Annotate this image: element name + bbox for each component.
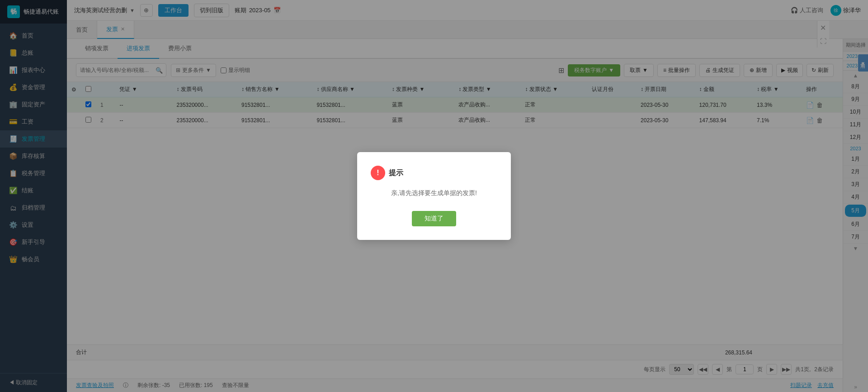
modal-title: 提示 [389,168,403,178]
modal-overlay: ! 提示 亲,请先选择要生成单据的发票! 知道了 [0,0,868,392]
modal-title-row: ! 提示 [371,166,497,180]
modal-confirm-button[interactable]: 知道了 [412,211,456,226]
modal-dialog: ! 提示 亲,请先选择要生成单据的发票! 知道了 [357,152,511,240]
modal-message: 亲,请先选择要生成单据的发票! [371,189,497,197]
modal-warning-icon: ! [371,166,385,180]
